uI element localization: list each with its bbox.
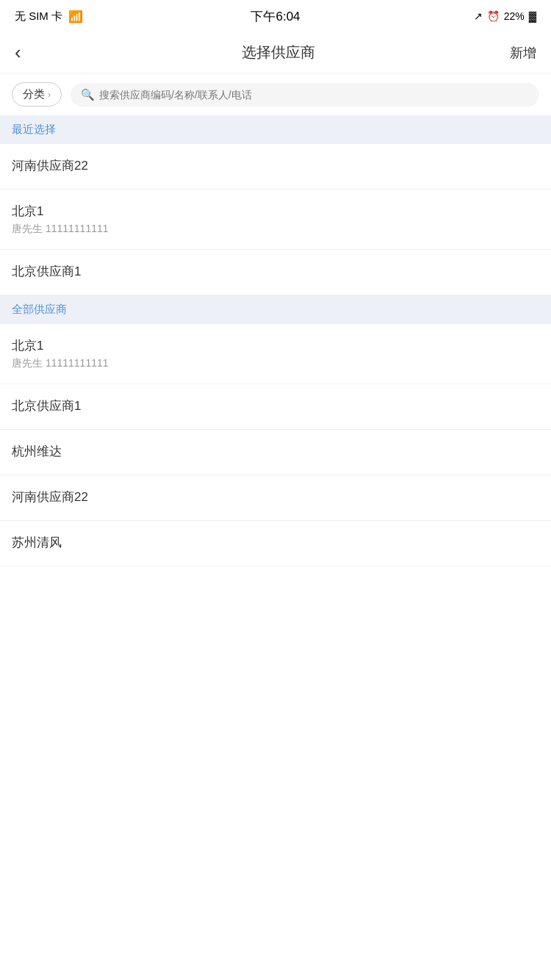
- nav-bar: ‹ 选择供应商 新增: [0, 32, 551, 73]
- item-sub: 唐先生 11111111111: [12, 357, 539, 370]
- battery-text: 22%: [504, 10, 525, 22]
- filter-bar: 分类 › 🔍: [0, 73, 551, 115]
- item-name: 河南供应商22: [12, 489, 539, 505]
- list-item[interactable]: 北京供应商1: [0, 384, 551, 430]
- battery-icon: ▓: [529, 10, 536, 22]
- list-item[interactable]: 苏州清风: [0, 521, 551, 566]
- status-bar: 无 SIM 卡 📶 下午6:04 ↗ ⏰ 22% ▓: [0, 0, 551, 32]
- chevron-right-icon: ›: [48, 90, 51, 100]
- back-button[interactable]: ‹: [15, 41, 47, 64]
- status-right: ↗ ⏰ 22% ▓: [474, 10, 536, 22]
- search-box: 🔍: [71, 83, 539, 107]
- item-name: 北京1: [12, 337, 539, 354]
- add-button[interactable]: 新增: [510, 44, 536, 62]
- search-input[interactable]: [99, 89, 529, 101]
- item-name: 杭州维达: [12, 443, 539, 460]
- item-name: 北京1: [12, 203, 539, 220]
- recent-section-header: 最近选择: [0, 115, 551, 144]
- all-list: 北京1唐先生 11111111111北京供应商1杭州维达河南供应商22苏州清风: [0, 324, 551, 566]
- list-item[interactable]: 河南供应商22: [0, 475, 551, 521]
- list-item[interactable]: 北京1唐先生 11111111111: [0, 324, 551, 384]
- category-button[interactable]: 分类 ›: [12, 82, 62, 107]
- status-left: 无 SIM 卡 📶: [15, 10, 83, 24]
- list-item[interactable]: 北京供应商1: [0, 250, 551, 295]
- search-icon: 🔍: [81, 88, 95, 101]
- all-section-header: 全部供应商: [0, 295, 551, 324]
- item-sub: 唐先生 11111111111: [12, 223, 539, 236]
- item-name: 河南供应商22: [12, 157, 539, 174]
- no-sim-text: 无 SIM 卡: [15, 10, 62, 24]
- item-name: 苏州清风: [12, 534, 539, 551]
- recent-list: 河南供应商22北京1唐先生 11111111111北京供应商1: [0, 144, 551, 295]
- list-item[interactable]: 河南供应商22: [0, 144, 551, 190]
- alarm-icon: ⏰: [487, 10, 500, 22]
- location-icon: ↗: [474, 10, 483, 22]
- category-label: 分类: [23, 87, 45, 101]
- list-item[interactable]: 北京1唐先生 11111111111: [0, 190, 551, 250]
- page-title: 选择供应商: [242, 43, 315, 62]
- item-name: 北京供应商1: [12, 397, 539, 414]
- status-time: 下午6:04: [251, 8, 300, 25]
- wifi-icon: 📶: [68, 10, 83, 24]
- list-item[interactable]: 杭州维达: [0, 430, 551, 475]
- item-name: 北京供应商1: [12, 263, 539, 280]
